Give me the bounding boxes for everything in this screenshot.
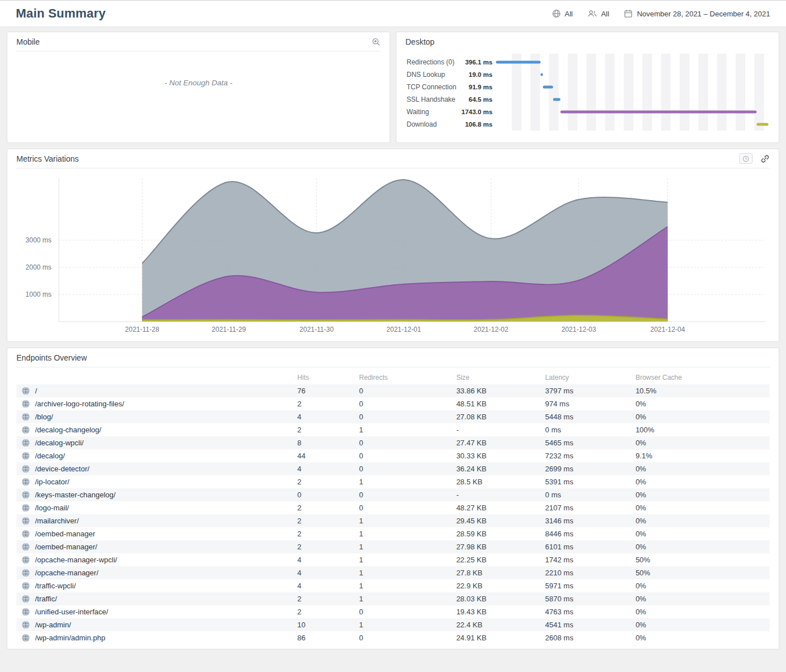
waterfall-value: 1743.0 ms: [461, 109, 493, 115]
endpoint-row[interactable]: /ip-locator/2128.5 KB5391 ms0%: [16, 475, 770, 488]
endpoint-row[interactable]: /opcache-manager-wpcli/4122.25 KB1742 ms…: [16, 553, 770, 566]
endpoint-row[interactable]: /decalog-wpcli/8027.47 KB5465 ms0%: [16, 436, 770, 449]
endpoint-redirects: 1: [359, 553, 456, 566]
endpoint-redirects: 1: [359, 566, 456, 579]
endpoint-size: 27.98 KB: [456, 540, 545, 553]
endpoint-hits: 2: [297, 592, 359, 605]
endpoint-size: 22.9 KB: [456, 579, 545, 592]
endpoint-row[interactable]: /oembed-manager2128.59 KB8446 ms0%: [16, 527, 770, 540]
endpoint-redirects: 1: [359, 540, 456, 553]
endpoint-redirects: 0: [359, 449, 456, 462]
endpoint-link[interactable]: /opcache-manager/: [35, 569, 98, 577]
endpoint-size: 28.03 KB: [456, 592, 545, 605]
waterfall-label: Redirections (0): [407, 58, 461, 66]
endpoint-link[interactable]: /traffic-wpcli/: [35, 582, 76, 590]
x-tick-label: 2021-11-29: [211, 326, 246, 333]
endpoint-size: -: [456, 488, 545, 501]
endpoint-browser-cache: 0%: [636, 397, 770, 410]
endpoint-row[interactable]: /wp-admin/10122.4 KB4541 ms0%: [16, 618, 770, 631]
endpoint-row[interactable]: /wp-admin/admin.php86024.91 KB2608 ms0%: [16, 631, 770, 644]
endpoint-size: -: [456, 423, 545, 436]
endpoint-browser-cache: 0%: [636, 540, 770, 553]
endpoint-row[interactable]: /decalog-changelog/21-0 ms100%: [16, 423, 770, 436]
endpoint-link[interactable]: /ip-locator/: [35, 478, 70, 486]
endpoint-browser-cache: 0%: [636, 436, 770, 449]
endpoint-globe-icon: [21, 608, 30, 616]
endpoint-link[interactable]: /blog/: [35, 413, 53, 421]
mobile-empty-state: - Not Enough Data -: [7, 51, 390, 143]
column-header-redirects: Redirects: [359, 370, 456, 384]
endpoint-size: 19.43 KB: [456, 605, 545, 618]
endpoint-redirects: 1: [359, 527, 456, 540]
endpoint-link[interactable]: /oembed-manager: [35, 530, 95, 538]
endpoint-link[interactable]: /device-detector/: [35, 465, 89, 473]
endpoint-link[interactable]: /wp-admin/admin.php: [35, 634, 105, 642]
endpoint-link[interactable]: /decalog-changelog/: [35, 426, 101, 434]
x-tick-label: 2021-11-28: [125, 326, 159, 333]
user-filter-label: All: [601, 10, 609, 18]
date-range-picker[interactable]: November 28, 2021 – December 4, 2021: [624, 9, 770, 18]
endpoint-hits: 2: [297, 605, 359, 618]
endpoint-row[interactable]: /oembed-manager/2127.98 KB6101 ms0%: [16, 540, 770, 553]
endpoint-size: 22.4 KB: [456, 618, 545, 631]
endpoint-link[interactable]: /: [35, 387, 37, 395]
endpoint-link[interactable]: /opcache-manager-wpcli/: [35, 556, 117, 564]
endpoint-latency: 7232 ms: [545, 449, 636, 462]
endpoint-link[interactable]: /unified-user-interface/: [35, 608, 108, 616]
endpoint-row[interactable]: /blog/4027.08 KB5448 ms0%: [16, 410, 770, 423]
y-tick-label: 1000 ms: [25, 291, 51, 298]
desktop-panel-title: Desktop: [405, 37, 434, 46]
endpoint-link[interactable]: /decalog-wpcli/: [35, 439, 84, 447]
endpoint-link[interactable]: /logo-mail/: [35, 504, 69, 512]
waterfall-bar: [757, 123, 768, 126]
endpoint-link[interactable]: /wp-admin/: [35, 621, 71, 629]
endpoint-hits: 2: [297, 540, 359, 553]
endpoint-row[interactable]: /keys-master-changelog/00-0 ms0%: [16, 488, 770, 501]
endpoint-hits: 4: [297, 579, 359, 592]
endpoint-link[interactable]: /mailarchiver/: [35, 517, 79, 525]
endpoint-row[interactable]: /archiver-logo-rotating-files/2048.51 KB…: [16, 397, 770, 410]
endpoint-row[interactable]: /76033.86 KB3797 ms10.5%: [16, 384, 770, 397]
waterfall-bar: [543, 86, 553, 89]
endpoint-row[interactable]: /logo-mail/2048.27 KB2107 ms0%: [16, 501, 770, 514]
calendar-icon: [624, 9, 633, 18]
waterfall-label: TCP Connection: [407, 83, 461, 91]
waterfall-label: Download: [407, 120, 461, 128]
endpoint-browser-cache: 0%: [636, 475, 770, 488]
user-filter[interactable]: All: [588, 9, 609, 18]
endpoint-link[interactable]: /decalog/: [35, 452, 65, 460]
endpoint-row[interactable]: /unified-user-interface/2019.43 KB4763 m…: [16, 605, 770, 618]
date-range-label: November 28, 2021 – December 4, 2021: [637, 10, 770, 18]
endpoint-row[interactable]: /traffic/2128.03 KB5870 ms0%: [16, 592, 770, 605]
endpoint-row[interactable]: /traffic-wpcli/4122.9 KB5971 ms0%: [16, 579, 770, 592]
endpoint-link[interactable]: /traffic/: [35, 595, 57, 603]
endpoint-link[interactable]: /keys-master-changelog/: [35, 491, 115, 499]
endpoint-row[interactable]: /decalog/44030.33 KB7232 ms9.1%: [16, 449, 770, 462]
y-tick-label: 2000 ms: [25, 263, 51, 271]
endpoint-redirects: 0: [359, 397, 456, 410]
endpoint-redirects: 0: [359, 436, 456, 449]
endpoint-browser-cache: 50%: [636, 553, 770, 566]
endpoint-globe-icon: [21, 569, 30, 577]
endpoint-hits: 2: [297, 514, 359, 527]
time-toggle-button[interactable]: [739, 153, 753, 164]
endpoint-link[interactable]: /archiver-logo-rotating-files/: [35, 400, 124, 408]
waterfall-row: SSL Handshake64.5 ms: [407, 93, 768, 106]
endpoint-link[interactable]: /oembed-manager/: [35, 543, 97, 551]
endpoints-panel-title: Endpoints Overview: [16, 353, 87, 362]
site-filter[interactable]: All: [552, 9, 573, 18]
endpoint-size: 48.27 KB: [456, 501, 545, 514]
endpoint-browser-cache: 0%: [636, 527, 770, 540]
globe-icon: [552, 9, 561, 18]
zoom-in-icon[interactable]: [372, 37, 381, 46]
endpoint-size: 28.59 KB: [456, 527, 545, 540]
endpoint-hits: 76: [297, 384, 359, 397]
endpoint-row[interactable]: /device-detector/4036.24 KB2699 ms0%: [16, 462, 770, 475]
endpoint-size: 27.8 KB: [456, 566, 545, 579]
link-icon[interactable]: [761, 154, 770, 163]
endpoint-redirects: 0: [359, 488, 456, 501]
endpoint-browser-cache: 9.1%: [636, 449, 770, 462]
endpoint-row[interactable]: /opcache-manager/4127.8 KB2210 ms50%: [16, 566, 770, 579]
endpoint-size: 36.24 KB: [456, 462, 545, 475]
endpoint-row[interactable]: /mailarchiver/2129.45 KB3146 ms0%: [16, 514, 770, 527]
